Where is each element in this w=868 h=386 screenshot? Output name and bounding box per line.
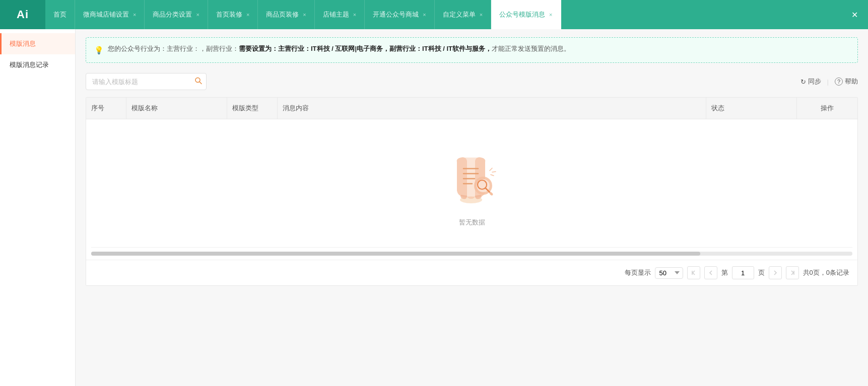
col-header-action: 操作 — [797, 98, 857, 119]
sidebar: 模版消息模版消息记录 — [0, 29, 76, 386]
first-page-button[interactable] — [687, 266, 700, 279]
empty-text: 暂无数据 — [459, 218, 485, 227]
scrollbar-thumb[interactable] — [91, 252, 700, 256]
search-icon — [194, 77, 203, 85]
nav-tab-label: 首页 — [53, 10, 66, 19]
scrollbar-track[interactable] — [91, 252, 852, 256]
nav-tab-首页[interactable]: 首页 — [45, 0, 75, 29]
page-size-label: 每页显示 — [625, 268, 651, 277]
nav-tab-商品分类设置[interactable]: 商品分类设置× — [145, 0, 208, 29]
col-header-status: 状态 — [706, 98, 797, 119]
nav-tab-公众号模版消息[interactable]: 公众号模版消息× — [491, 0, 561, 29]
tab-close-icon[interactable]: × — [196, 12, 199, 18]
nav-tab-开通公众号商城[interactable]: 开通公众号商城× — [365, 0, 434, 29]
next-page-icon — [773, 270, 778, 275]
notice-box: 💡 您的公众号行业为：主营行业：，副营行业：需要设置为：主营行业：IT科技 / … — [86, 37, 858, 63]
help-label: 帮助 — [845, 77, 858, 86]
nav-tab-label: 首页装修 — [216, 10, 242, 19]
prev-page-button[interactable] — [704, 266, 717, 279]
prev-page-icon — [708, 270, 713, 275]
empty-state-icon — [442, 149, 502, 210]
nav-tab-label: 微商城店铺设置 — [83, 10, 129, 19]
page-label-after: 页 — [758, 268, 765, 277]
brand-logo: Ai — [0, 0, 45, 29]
nav-tab-商品页装修[interactable]: 商品页装修× — [258, 0, 314, 29]
nav-tab-label: 商品分类设置 — [153, 10, 192, 19]
tab-close-icon[interactable]: × — [480, 12, 483, 18]
help-button[interactable]: ? 帮助 — [835, 77, 858, 86]
svg-line-13 — [492, 172, 496, 172]
svg-line-14 — [491, 175, 494, 176]
col-header-content: 消息内容 — [278, 98, 706, 119]
empty-state: 暂无数据 — [86, 119, 857, 247]
notice-text: 您的公众号行业为：主营行业：，副营行业：需要设置为：主营行业：IT科技 / 互联… — [108, 44, 570, 54]
col-header-type: 模版类型 — [227, 98, 278, 119]
page-size-select[interactable]: 50 20 100 — [655, 267, 683, 279]
nav-tab-label: 店铺主题 — [323, 10, 349, 19]
help-icon: ? — [835, 78, 843, 86]
last-page-icon — [789, 270, 795, 276]
table-header: 序号 模版名称 模版类型 消息内容 状态 操作 — [86, 98, 857, 119]
toolbar-right: ↻ 同步 | ? 帮助 — [800, 77, 858, 86]
svg-line-12 — [490, 168, 492, 171]
nav-tab-label: 自定义菜单 — [443, 10, 476, 19]
col-header-name: 模版名称 — [126, 98, 227, 119]
page-label-before: 第 — [721, 268, 728, 277]
next-page-button[interactable] — [769, 266, 782, 279]
toolbar-divider: | — [827, 78, 829, 86]
last-page-button[interactable] — [786, 266, 799, 279]
notice-highlight: 需要设置为：主营行业：IT科技 / 互联网|电子商务，副营行业：IT科技 / I… — [239, 45, 492, 52]
search-input[interactable] — [86, 73, 207, 90]
nav-tab-首页装修[interactable]: 首页装修× — [208, 0, 258, 29]
sync-icon: ↻ — [800, 78, 806, 86]
sidebar-item-模版消息记录[interactable]: 模版消息记录 — [0, 54, 75, 75]
page-input[interactable]: 1 — [732, 266, 754, 279]
tab-close-icon[interactable]: × — [549, 12, 552, 18]
sync-button[interactable]: ↻ 同步 — [800, 77, 821, 86]
pagination: 每页显示 50 20 100 第 1 页 — [86, 260, 857, 285]
notice-icon: 💡 — [94, 44, 104, 56]
nav-tab-label: 公众号模版消息 — [499, 10, 545, 19]
total-info: 共0页，0条记录 — [803, 268, 849, 277]
search-input-wrap — [86, 73, 207, 90]
tab-close-icon[interactable]: × — [353, 12, 356, 18]
nav-tab-微商城店铺设置[interactable]: 微商城店铺设置× — [75, 0, 145, 29]
nav-tab-label: 开通公众号商城 — [373, 10, 419, 19]
close-all-button[interactable]: ✕ — [841, 10, 868, 20]
main-content: 💡 您的公众号行业为：主营行业：，副营行业：需要设置为：主营行业：IT科技 / … — [76, 29, 868, 386]
nav-tab-label: 商品页装修 — [266, 10, 299, 19]
data-table: 序号 模版名称 模版类型 消息内容 状态 操作 — [86, 97, 858, 286]
tab-close-icon[interactable]: × — [423, 12, 426, 18]
scrollbar-area[interactable] — [91, 247, 852, 260]
nav-tab-店铺主题[interactable]: 店铺主题× — [315, 0, 365, 29]
tab-close-icon[interactable]: × — [303, 12, 306, 18]
search-bar: ↻ 同步 | ? 帮助 — [86, 73, 858, 90]
nav-tabs: 首页微商城店铺设置×商品分类设置×首页装修×商品页装修×店铺主题×开通公众号商城… — [45, 0, 841, 29]
tab-close-icon[interactable]: × — [246, 12, 249, 18]
main-layout: 模版消息模版消息记录 💡 您的公众号行业为：主营行业：，副营行业：需要设置为：主… — [0, 29, 868, 386]
svg-line-1 — [199, 82, 202, 84]
tab-close-icon[interactable]: × — [133, 12, 136, 18]
sync-label: 同步 — [808, 77, 821, 86]
col-header-seq: 序号 — [86, 98, 126, 119]
sidebar-item-模版消息[interactable]: 模版消息 — [0, 33, 75, 54]
top-nav: Ai 首页微商城店铺设置×商品分类设置×首页装修×商品页装修×店铺主题×开通公众… — [0, 0, 868, 29]
search-button[interactable] — [194, 77, 203, 87]
first-page-icon — [691, 270, 697, 276]
nav-tab-自定义菜单[interactable]: 自定义菜单× — [435, 0, 491, 29]
